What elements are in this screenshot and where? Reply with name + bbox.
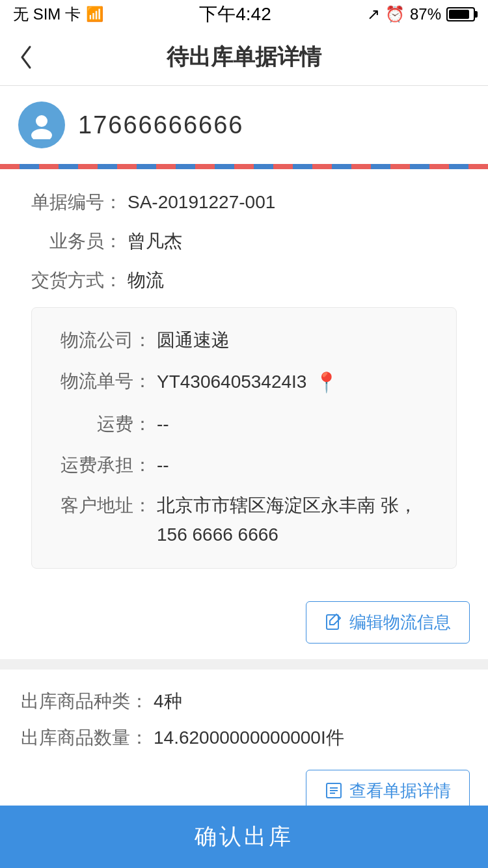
address-label: 客户地址： [47, 491, 152, 521]
address-row: 客户地址： 北京市市辖区海淀区永丰南 张，156 6666 6666 [47, 491, 441, 550]
sales-person-value: 曾凡杰 [122, 228, 470, 255]
goods-quantity-row: 出库商品数量： 14.62000000000000I件 [18, 726, 470, 750]
goods-type-row: 出库商品种类： 4种 [18, 689, 470, 714]
alarm-icon: ⏰ [385, 5, 405, 23]
edit-btn-label: 编辑物流信息 [349, 611, 451, 634]
svg-point-0 [36, 115, 47, 127]
document-number-label: 单据编号： [18, 189, 122, 216]
logistics-company-label: 物流公司： [47, 326, 152, 355]
edit-icon [325, 613, 343, 631]
nav-bar: 待出库单据详情 [0, 29, 488, 86]
goods-type-value: 4种 [148, 689, 182, 714]
user-header: 17666666666 [0, 86, 488, 164]
freight-bearer-label: 运费承担： [47, 451, 152, 480]
goods-type-label: 出库商品种类： [18, 689, 148, 714]
address-value: 北京市市辖区海淀区永丰南 张，156 6666 6666 [152, 491, 441, 550]
delivery-method-row: 交货方式： 物流 [18, 267, 470, 294]
list-icon [325, 781, 343, 800]
dashed-divider [0, 164, 488, 169]
view-details-label: 查看单据详情 [349, 780, 451, 802]
confirm-outbound-button[interactable]: 确认出库 [195, 822, 293, 852]
location-icon[interactable]: 📍 [314, 367, 338, 398]
logistics-tracking-label: 物流单号： [47, 367, 152, 396]
sales-person-row: 业务员： 曾凡杰 [18, 228, 470, 255]
status-right: ↗ ⏰ 87% [367, 5, 475, 23]
goods-quantity-value: 14.62000000000000I件 [148, 726, 344, 750]
back-button[interactable] [18, 44, 34, 70]
status-time: 下午4:42 [199, 2, 271, 27]
document-number-row: 单据编号： SA-20191227-001 [18, 189, 470, 216]
status-carrier: 无 SIM 卡 📶 [13, 4, 103, 25]
logistics-company-row: 物流公司： 圆通速递 [47, 326, 441, 355]
user-phone: 17666666666 [78, 111, 243, 139]
page-title: 待出库单据详情 [167, 42, 321, 72]
status-bar: 无 SIM 卡 📶 下午4:42 ↗ ⏰ 87% [0, 0, 488, 29]
logistics-card: 物流公司： 圆通速递 物流单号： YT43064053424I3 📍 运费： -… [31, 307, 457, 569]
edit-btn-container: 编辑物流信息 [0, 601, 488, 659]
delivery-method-label: 交货方式： [18, 267, 122, 294]
freight-label: 运费： [47, 410, 152, 439]
carrier-text: 无 SIM 卡 [13, 4, 81, 25]
svg-point-1 [31, 129, 52, 139]
avatar [18, 102, 65, 148]
section-separator [0, 659, 488, 670]
freight-bearer-value: -- [152, 451, 441, 480]
freight-bearer-row: 运费承担： -- [47, 451, 441, 480]
tracking-number: YT43064053424I3 [157, 368, 306, 397]
freight-value: -- [152, 410, 441, 439]
edit-logistics-button[interactable]: 编辑物流信息 [306, 601, 470, 644]
delivery-method-value: 物流 [122, 267, 470, 294]
freight-row: 运费： -- [47, 410, 441, 439]
sales-person-label: 业务员： [18, 228, 122, 255]
wifi-icon: 📶 [86, 6, 103, 23]
logistics-tracking-value: YT43064053424I3 📍 [152, 367, 441, 398]
document-info-section: 单据编号： SA-20191227-001 业务员： 曾凡杰 交货方式： 物流 … [0, 169, 488, 601]
logistics-company-value: 圆通速递 [152, 326, 441, 355]
document-number-value: SA-20191227-001 [122, 189, 470, 216]
bottom-confirm-area: 确认出库 [0, 806, 488, 868]
gps-icon: ↗ [367, 5, 380, 23]
battery-icon [446, 7, 475, 21]
goods-quantity-label: 出库商品数量： [18, 726, 148, 750]
battery-percent: 87% [410, 5, 441, 23]
logistics-tracking-row: 物流单号： YT43064053424I3 📍 [47, 367, 441, 398]
goods-section: 出库商品种类： 4种 出库商品数量： 14.62000000000000I件 [0, 670, 488, 770]
